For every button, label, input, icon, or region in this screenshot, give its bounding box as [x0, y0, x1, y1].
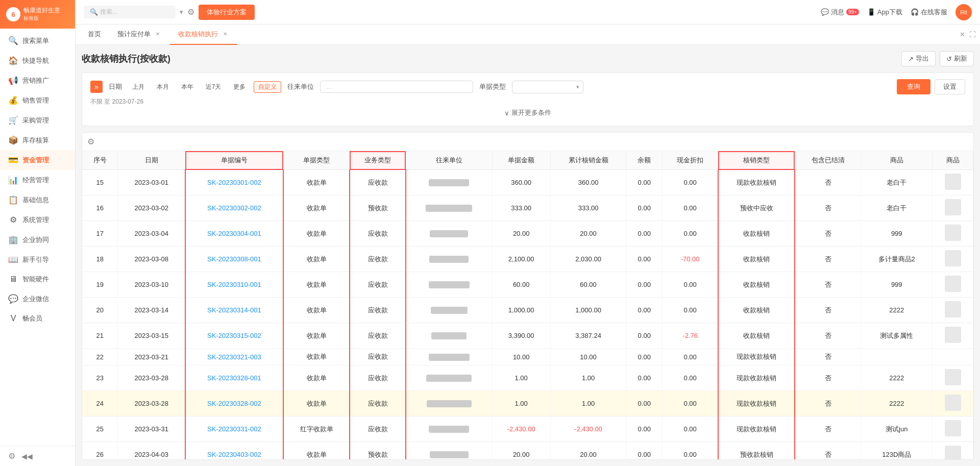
sidebar-label-operation: 经营管理 [22, 176, 49, 185]
counterpart-input[interactable]: … [320, 81, 473, 93]
tab-payable-label: 预计应付单 [117, 30, 151, 39]
refresh-button[interactable]: ↺ 刷新 [940, 51, 974, 66]
sidebar-item-wechat[interactable]: 💬 企业微信 [0, 289, 75, 309]
sidebar-item-finance[interactable]: 💳 资金管理 [0, 150, 75, 170]
online-service-button[interactable]: 🎧 在线客服 [911, 8, 947, 17]
filter-settings-button[interactable]: 设置 [935, 79, 965, 94]
sidebar-item-guide[interactable]: 📖 新手引导 [0, 250, 75, 269]
column-settings-icon[interactable]: ⚙ [87, 137, 94, 146]
tab-home-label: 首页 [88, 30, 101, 39]
sidebar-label-inventory: 库存核算 [22, 136, 49, 145]
cell-cash-discount: -70.00 [663, 247, 719, 272]
sidebar-item-marketing[interactable]: 📢 营销推广 [0, 70, 75, 90]
refresh-icon: ↺ [946, 55, 952, 63]
sidebar-label-wechat: 企业微信 [22, 295, 49, 304]
doc-no-link[interactable]: SK-20230310-001 [207, 281, 261, 288]
cell-balance: 0.00 [626, 323, 663, 349]
cell-counterpart [406, 195, 492, 221]
table-row: 16 2023-03-02 SK-20230302-002 收款单 预收款 33… [82, 195, 973, 221]
sidebar-item-purchase[interactable]: 🛒 采购管理 [0, 110, 75, 130]
cell-counterpart [406, 272, 492, 298]
doc-type-select[interactable] [512, 81, 583, 93]
notification-button[interactable]: 💬 消息 99+ [821, 8, 859, 17]
search-icon: 🔍 [90, 8, 98, 16]
cell-counterpart [406, 365, 492, 391]
close-all-icon[interactable]: ✕ [960, 31, 965, 38]
sidebar-item-member[interactable]: V 畅会员 [0, 309, 75, 328]
cell-write-off-amount: -2,430.00 [550, 416, 626, 442]
th-no: 序号 [82, 151, 118, 170]
cell-doc-type: 收款单 [283, 349, 350, 365]
date-more[interactable]: 更多 [229, 81, 250, 93]
hardware-icon: 🖥 [8, 275, 18, 284]
tab-payable[interactable]: 预计应付单 ✕ [109, 24, 170, 45]
sidebar-label-guide: 新手引导 [22, 255, 49, 264]
doc-no-link[interactable]: SK-20230403-002 [207, 451, 261, 458]
company-icon: 🏢 [8, 235, 18, 244]
settings-topbar-icon[interactable]: ⚙ [187, 7, 194, 17]
cell-goods: 多计量商品2 [861, 247, 933, 272]
query-button[interactable]: 查询 [897, 79, 930, 94]
th-balance: 余额 [626, 151, 663, 170]
doc-no-link[interactable]: SK-20230314-001 [207, 306, 261, 314]
doc-no-link[interactable]: SK-20230302-002 [207, 204, 261, 212]
date-last-7days[interactable]: 近7天 [202, 81, 226, 93]
member-icon: V [8, 314, 18, 323]
expand-tab-icon[interactable]: ⛶ [969, 31, 976, 38]
doc-no-link[interactable]: SK-20230308-001 [207, 255, 261, 263]
sidebar-item-system[interactable]: ⚙ 系统管理 [0, 210, 75, 230]
table-scroll-area[interactable]: 序号 日期 单据编号 单据类型 业务类型 往来单位 单据金额 累计核销金额 余额… [82, 151, 973, 459]
collapse-icon[interactable]: ◀◀ [21, 452, 33, 460]
tab-receipt-close[interactable]: ✕ [221, 30, 229, 38]
table-row: 17 2023-03-04 SK-20230304-001 收款单 应收款 20… [82, 221, 973, 247]
sidebar-item-company[interactable]: 🏢 企业协同 [0, 230, 75, 250]
dropdown-icon[interactable]: ▾ [180, 8, 183, 16]
cell-doc-type: 收款单 [283, 195, 350, 221]
user-avatar[interactable]: Rit [955, 4, 972, 20]
sidebar-item-inventory[interactable]: 📦 库存核算 [0, 130, 75, 150]
cell-goods-img [933, 442, 973, 460]
tab-payable-close[interactable]: ✕ [154, 30, 162, 38]
top-search-box[interactable]: 🔍 搜索... [84, 6, 176, 18]
settings-footer-icon[interactable]: ⚙ [8, 451, 15, 461]
tab-home[interactable]: 首页 [80, 24, 109, 45]
cell-cash-discount: 0.00 [663, 272, 719, 298]
tab-receipt[interactable]: 收款核销执行 ✕ [170, 24, 237, 45]
doc-no-link[interactable]: SK-20230328-001 [207, 374, 261, 382]
date-this-month[interactable]: 本月 [153, 81, 173, 93]
doc-no-link[interactable]: SK-20230328-002 [207, 400, 261, 407]
doc-no-link[interactable]: SK-20230331-002 [207, 425, 261, 433]
date-this-year[interactable]: 本年 [177, 81, 198, 93]
cell-amount: 3,390.00 [492, 323, 550, 349]
cell-counterpart [406, 391, 492, 416]
sidebar-item-shortcut[interactable]: 🏠 快捷导航 [0, 51, 75, 70]
sidebar-item-sales[interactable]: 💰 销售管理 [0, 90, 75, 110]
export-button[interactable]: ↗ 导出 [901, 51, 936, 66]
sidebar-item-basic[interactable]: 📋 基础信息 [0, 190, 75, 210]
cell-goods [861, 349, 933, 365]
sidebar-item-search[interactable]: 🔍 搜索菜单 [0, 31, 75, 51]
search-icon: 🔍 [8, 36, 18, 45]
doc-no-link[interactable]: SK-20230301-002 [207, 179, 261, 186]
sidebar-item-operation[interactable]: 📊 经营管理 [0, 170, 75, 190]
industry-solution-button[interactable]: 体验行业方案 [199, 5, 255, 20]
table-row: 26 2023-04-03 SK-20230403-002 收款单 预收款 20… [82, 442, 973, 460]
filter-collapse-btn[interactable]: » [90, 81, 103, 93]
app-download-button[interactable]: 📱 App下载 [867, 8, 902, 17]
cell-biz-type: 预收款 [350, 195, 406, 221]
expand-more-btn[interactable]: ∨ 展开更多条件 [90, 106, 965, 119]
date-custom[interactable]: 自定义 [254, 81, 281, 93]
table-row: 25 2023-03-31 SK-20230331-002 红字收款单 应收款 … [82, 416, 973, 442]
date-last-month[interactable]: 上月 [128, 81, 149, 93]
table-row: 24 2023-03-28 SK-20230328-002 收款单 应收款 1.… [82, 391, 973, 416]
cell-include-settled: 否 [795, 416, 861, 442]
doc-no-link[interactable]: SK-20230321-003 [207, 353, 261, 361]
sidebar-item-hardware[interactable]: 🖥 智能硬件 [0, 269, 75, 289]
cell-date: 2023-03-08 [118, 247, 185, 272]
th-include-settled: 包含已结清 [795, 151, 861, 170]
cell-goods: 999 [861, 272, 933, 298]
cell-biz-type: 应收款 [350, 170, 406, 195]
doc-no-link[interactable]: SK-20230304-001 [207, 230, 261, 237]
doc-no-link[interactable]: SK-20230315-002 [207, 332, 261, 339]
cell-balance: 0.00 [626, 272, 663, 298]
